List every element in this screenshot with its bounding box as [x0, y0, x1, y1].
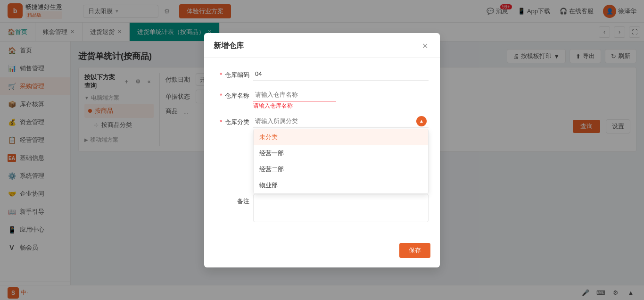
dialog-header: 新增仓库 ✕ — [204, 33, 440, 58]
category-dropdown-list: 未分类 经营一部 经营二部 物业部 — [253, 129, 429, 194]
name-label: * 仓库名称 — [215, 88, 253, 100]
form-row-code: * 仓库编码 — [215, 67, 429, 81]
category-select-wrap: ▲ 未分类 经营一部 经营二部 物业部 — [253, 115, 429, 128]
note-label: 备注 — [215, 194, 253, 206]
category-label: * 仓库分类 — [215, 115, 253, 126]
dialog-close-btn[interactable]: ✕ — [419, 41, 430, 52]
code-label: * 仓库编码 — [215, 67, 253, 79]
dropdown-item-3[interactable]: 物业部 — [254, 177, 428, 193]
dropdown-item-1[interactable]: 经营一部 — [254, 145, 428, 161]
category-input[interactable] — [253, 115, 429, 128]
form-row-name: * 仓库名称 请输入仓库名称 — [215, 88, 429, 101]
dialog-overlay[interactable]: 新增仓库 ✕ * 仓库编码 * 仓库名称 请输入仓库名称 — [0, 0, 644, 300]
dropdown-item-0[interactable]: 未分类 — [254, 129, 428, 145]
save-btn[interactable]: 保存 — [399, 243, 430, 258]
category-dropdown-btn[interactable]: ▲ — [416, 116, 427, 126]
name-error-msg: 请输入仓库名称 — [253, 102, 293, 110]
dialog-footer: 保存 — [204, 237, 440, 267]
code-input[interactable] — [253, 67, 429, 81]
form-row-note: 备注 — [215, 194, 429, 222]
dialog-body: * 仓库编码 * 仓库名称 请输入仓库名称 * — [204, 58, 440, 237]
dialog-title: 新增仓库 — [214, 41, 244, 51]
dropdown-item-2[interactable]: 经营二部 — [254, 161, 428, 177]
name-input[interactable] — [253, 88, 336, 101]
note-textarea[interactable] — [253, 194, 429, 222]
new-warehouse-dialog: 新增仓库 ✕ * 仓库编码 * 仓库名称 请输入仓库名称 — [204, 33, 440, 267]
form-row-category: * 仓库分类 ▲ 未分类 经营一部 经营二部 物业部 — [215, 115, 429, 128]
